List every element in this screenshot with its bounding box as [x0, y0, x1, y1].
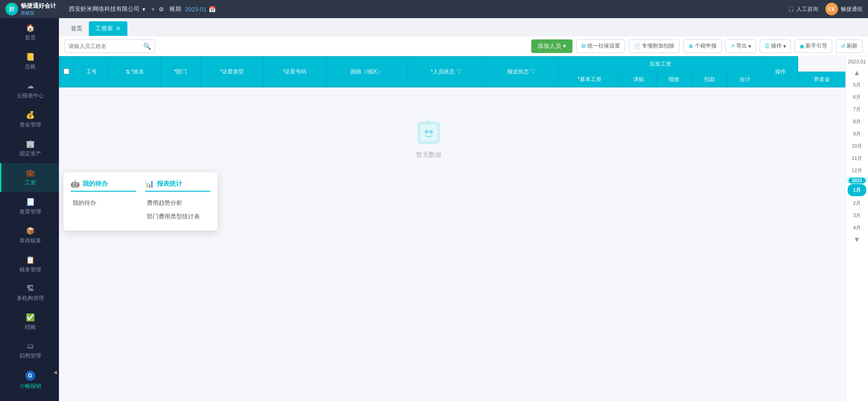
col-allowance: 津贴 [621, 72, 656, 87]
sidebar-label-invoice: 发票管理 [19, 208, 41, 216]
sidebar-item-cloud[interactable]: ☁ 云报表中心 [0, 76, 59, 105]
tax-icon: 📋 [26, 256, 35, 264]
sidebar-item-fixed[interactable]: 🏢 固定资产 [0, 134, 59, 163]
svg-rect-1 [421, 125, 437, 141]
sidebar-item-fund[interactable]: 💰 资金管理 [0, 105, 59, 134]
popup-header-report[interactable]: 📊 报表统计 [145, 179, 210, 192]
timeline-month-12[interactable]: 12月 [846, 164, 868, 177]
multi-icon: 🏗 [27, 285, 34, 293]
company-name: 西安虾米网络科技有限公司 [69, 5, 140, 13]
sidebar-item-expense[interactable]: G 小畅报销 ◀ [0, 365, 59, 396]
popup-item-expense-trend[interactable]: 费用趋势分析 [145, 196, 210, 210]
timeline-nav-up[interactable]: ▲ [846, 67, 868, 79]
sidebar-item-salary[interactable]: 💼 工资 [0, 163, 59, 192]
calendar-icon[interactable]: 📅 [209, 6, 216, 13]
export-button[interactable]: ↗ 导出 ▾ [725, 39, 756, 53]
export-dropdown-icon: ▾ [748, 43, 751, 49]
sidebar-item-invoice[interactable]: 🧾 发票管理 [0, 192, 59, 221]
timeline-month-8[interactable]: 8月 [846, 116, 868, 128]
svg-point-2 [425, 130, 428, 134]
col-salary-group: 应发工资 [558, 57, 762, 72]
social-insurance-button[interactable]: ⚙ 统一社保设置 [576, 39, 625, 53]
col-base-salary: *基本工资 [558, 72, 621, 87]
search-box[interactable]: 🔍 [64, 39, 155, 53]
user-profile[interactable]: CE 畅捷通组 [825, 3, 863, 15]
timeline-month-10[interactable]: 10月 [846, 140, 868, 152]
guide-icon: ◉ [800, 43, 804, 49]
col-name: ⇅*姓名 [109, 57, 160, 87]
todo-icon: 🤖 [71, 179, 80, 188]
fund-icon: 💰 [26, 111, 35, 119]
chevron-down-icon[interactable]: ▾ [142, 6, 145, 13]
tab-salary[interactable]: 工资表 ✕ [89, 21, 127, 36]
sidebar-label-home: 首页 [25, 34, 36, 42]
consult-btn[interactable]: 🎧 人工咨询 [788, 5, 818, 13]
plus-icon[interactable]: ＋ [150, 5, 156, 13]
add-employee-button[interactable]: 添加人员 ▾ [531, 39, 572, 53]
col-id-type: *证星类型 [200, 57, 263, 87]
col-total: 合计 [727, 72, 763, 87]
home-icon: 🏠 [26, 24, 35, 32]
social-icon: ⚙ [581, 43, 586, 49]
inventory-icon: 📦 [26, 227, 35, 235]
col-status: *人员状态 ▽ [407, 57, 485, 87]
sidebar-label-ledger: 总账 [25, 63, 36, 71]
timeline-month-9[interactable]: 9月 [846, 128, 868, 140]
avatar: CE [825, 3, 838, 15]
search-input[interactable] [68, 43, 143, 49]
timeline-month-11[interactable]: 11月 [846, 152, 868, 164]
refresh-button[interactable]: ↺ 刷新 [836, 39, 863, 53]
popup-item-dept-expense[interactable]: 部门费用类型统计表 [145, 210, 210, 223]
sidebar-label-settle: 结账 [25, 324, 36, 331]
filter-icon2[interactable]: ▽ [530, 68, 536, 75]
sidebar-label-salary: 工资 [25, 179, 36, 187]
sidebar-item-home[interactable]: 🏠 首页 [0, 18, 59, 47]
popup-col-report: 📊 报表统计 费用趋势分析 部门费用类型统计表 [145, 179, 210, 223]
sidebar-label-inventory: 库存核算 [19, 237, 41, 245]
salary-icon: 💼 [26, 169, 35, 177]
timeline-year-2023[interactable]: 2023 [846, 177, 868, 183]
timeline-month-3[interactable]: 3月 [846, 209, 868, 222]
deduction-button[interactable]: 📄 专项附加扣除 [629, 39, 679, 53]
select-all-checkbox[interactable] [63, 68, 69, 74]
operation-dropdown-icon: ▾ [783, 43, 786, 49]
invoice-icon: 🧾 [26, 198, 35, 206]
logo-icon: 好 [5, 3, 18, 15]
tab-home[interactable]: 首页 [64, 21, 89, 36]
dropdown-arrow-icon: ▾ [563, 43, 566, 49]
svg-marker-4 [426, 118, 432, 124]
timeline-month-7[interactable]: 7月 [846, 103, 868, 116]
sidebar-item-archive[interactable]: 🗂 归档管理 [0, 337, 59, 365]
sidebar-item-settle[interactable]: ✅ 结账 [0, 308, 59, 337]
sidebar-label-tax: 税务管理 [19, 266, 41, 274]
search-icon[interactable]: 🔍 [143, 43, 151, 50]
timeline-month-2[interactable]: 2月 [846, 197, 868, 209]
guide-button[interactable]: ◉ 新手引导 [795, 39, 832, 53]
settings-icon[interactable]: ⚙ [159, 6, 164, 13]
sidebar-item-basic[interactable]: ⚙ 基础设置 [0, 396, 59, 401]
sidebar-item-tax[interactable]: 📋 税务管理 [0, 250, 59, 279]
timeline-month-5[interactable]: 5月 [846, 79, 868, 91]
filter-icon[interactable]: ▽ [456, 68, 462, 75]
timeline-month-4[interactable]: 4月 [846, 222, 868, 234]
operation-button[interactable]: ☰ 操作 ▾ [760, 39, 791, 53]
sidebar-item-ledger[interactable]: 📒 总账 [0, 47, 59, 76]
timeline-nav-down[interactable]: ▼ [846, 234, 868, 246]
sidebar-item-multi[interactable]: 🏗 多机构管理 [0, 279, 59, 308]
operation-icon: ☰ [765, 43, 770, 49]
sidebar-item-inventory[interactable]: 📦 库存核算 [0, 221, 59, 250]
tab-bar: 首页 工资表 ✕ [59, 18, 868, 36]
period-display: 账期 2023-01 📅 [170, 5, 216, 13]
tax-declare-button[interactable]: 🖥 个税申报 [683, 39, 722, 53]
col-send-status: 报送状态 ▽ [485, 57, 558, 87]
company-selector[interactable]: 西安虾米网络科技有限公司 ▾ ＋ ⚙ [69, 5, 164, 13]
export-icon: ↗ [730, 43, 735, 49]
popup-header-todo[interactable]: 🤖 我的待办 [71, 179, 136, 192]
col-pension: 养老金 [798, 72, 845, 87]
popup-item-todo[interactable]: 我的待办 [71, 196, 136, 210]
col-dept: *部门 [160, 57, 200, 87]
timeline-month-6[interactable]: 6月 [846, 91, 868, 103]
tab-close-salary[interactable]: ✕ [116, 25, 121, 32]
sort-icon: ⇅ [126, 69, 130, 75]
timeline-month-1[interactable]: 1月 [848, 184, 866, 196]
